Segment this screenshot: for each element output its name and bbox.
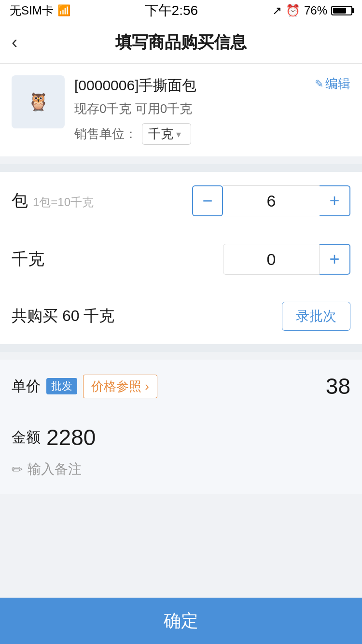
bao-label-sub: 1包=10千克 — [33, 195, 94, 210]
confirm-button[interactable]: 确定 — [0, 598, 362, 644]
product-card: 🦉 [0000006]手撕面包 ✎ 编辑 现存0千克 可用0千克 销售单位： 千… — [0, 64, 362, 156]
price-tag: 批发 — [46, 378, 77, 394]
input-section: 包 1包=10千克 − + 千克 + — [0, 172, 362, 288]
product-thumbnail: 🦉 — [12, 75, 65, 128]
product-name: [0000006]手撕面包 — [74, 75, 315, 96]
back-button[interactable]: ‹ — [12, 32, 17, 53]
product-icon: 🦉 — [28, 92, 49, 112]
battery-icon — [331, 6, 352, 15]
product-stock: 现存0千克 可用0千克 — [74, 100, 350, 117]
amount-label: 金额 — [12, 428, 41, 448]
carrier-label: 无SIM卡 — [10, 3, 54, 18]
pencil-icon: ✏ — [12, 462, 23, 477]
bao-quantity-input[interactable] — [223, 185, 320, 216]
unit-value: 千克 — [148, 126, 173, 142]
status-right: ↗ ⏰ 76% — [272, 4, 352, 17]
bao-label-main: 包 — [12, 190, 28, 212]
bao-input-row: 包 1包=10千克 − + — [12, 172, 350, 230]
unit-arrow-icon: ▾ — [176, 128, 181, 140]
qianke-plus-button[interactable]: + — [320, 244, 350, 275]
remark-row[interactable]: ✏ 输入备注 — [12, 460, 350, 478]
bao-minus-button[interactable]: − — [192, 185, 223, 216]
qianke-input-row: 千克 + — [12, 230, 350, 288]
unit-prefix-label: 销售单位： — [74, 126, 137, 142]
unit-select[interactable]: 千克 ▾ — [142, 123, 191, 145]
amount-value: 2280 — [46, 424, 96, 450]
price-value: 38 — [326, 373, 350, 399]
price-ref-button[interactable]: 价格参照 › — [83, 375, 157, 398]
remark-text: 输入备注 — [28, 460, 82, 478]
edit-button[interactable]: ✎ 编辑 — [315, 75, 350, 92]
section-divider-2 — [0, 344, 362, 352]
product-unit-row: 销售单位： 千克 ▾ — [74, 123, 350, 145]
wifi-icon: 📶 — [57, 4, 70, 17]
amount-row: 金额 2280 — [12, 424, 350, 450]
price-section: 单价 批发 价格参照 › 38 — [0, 360, 362, 413]
edit-icon: ✎ — [315, 78, 323, 90]
bao-plus-button[interactable]: + — [320, 185, 350, 216]
status-left: 无SIM卡 📶 — [10, 3, 70, 18]
nav-bar: ‹ 填写商品购买信息 — [0, 21, 362, 64]
page-title: 填写商品购买信息 — [115, 31, 247, 54]
battery-label: 76% — [304, 4, 327, 17]
qianke-quantity-input[interactable] — [223, 244, 320, 275]
product-name-row: [0000006]手撕面包 ✎ 编辑 — [74, 75, 350, 96]
price-label: 单价 — [12, 377, 41, 396]
batch-button[interactable]: 录批次 — [282, 302, 350, 331]
qianke-controls: + — [223, 244, 350, 275]
bao-label: 包 1包=10千克 — [12, 190, 94, 212]
status-bar: 无SIM卡 📶 下午2:56 ↗ ⏰ 76% — [0, 0, 362, 21]
price-left: 单价 批发 价格参照 › — [12, 375, 157, 398]
qianke-label-main: 千克 — [12, 248, 44, 270]
total-text: 共购买 60 千克 — [12, 306, 114, 327]
section-divider-1 — [0, 164, 362, 172]
location-icon: ↗ — [272, 4, 282, 17]
total-section: 共购买 60 千克 录批次 — [0, 288, 362, 344]
qianke-label: 千克 — [12, 248, 44, 270]
amount-section: 金额 2280 ✏ 输入备注 — [0, 413, 362, 494]
status-time: 下午2:56 — [145, 1, 198, 20]
bao-controls: − + — [192, 185, 350, 216]
alarm-icon: ⏰ — [286, 4, 300, 17]
product-info: [0000006]手撕面包 ✎ 编辑 现存0千克 可用0千克 销售单位： 千克 … — [74, 75, 350, 145]
